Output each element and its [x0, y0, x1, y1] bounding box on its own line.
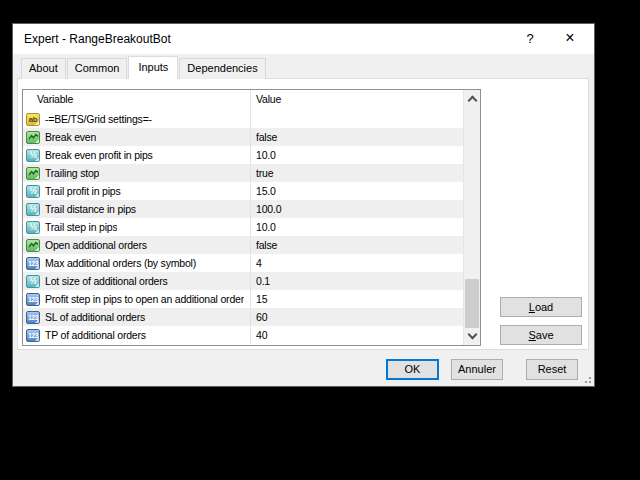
- inputs-tab-panel: Variable Value ab -=BE/TS/Grid settings=…: [17, 78, 589, 350]
- variable-cell: Trailing stop: [23, 164, 250, 182]
- value-cell[interactable]: 4: [250, 254, 480, 272]
- tab-common[interactable]: Common: [67, 58, 128, 79]
- double-type-icon: ½: [26, 275, 40, 288]
- value-cell[interactable]: false: [250, 236, 480, 254]
- variable-cell: 123 Max additional orders (by symbol): [23, 254, 250, 272]
- integer-type-icon: 123: [26, 311, 40, 324]
- table-row[interactable]: Break even false: [23, 128, 480, 146]
- variable-label: -=BE/TS/Grid settings=-: [45, 113, 152, 125]
- variable-label: Trail step in pips: [45, 221, 117, 233]
- value-cell[interactable]: true: [250, 164, 480, 182]
- variable-label: Profit step in pips to open an additiona…: [45, 293, 244, 305]
- variable-label: Lot size of additional orders: [45, 275, 168, 287]
- variable-cell: ½ Lot size of additional orders: [23, 272, 250, 290]
- table-row[interactable]: 123 TP of additional orders 40: [23, 326, 480, 344]
- integer-type-icon: 123: [26, 329, 40, 342]
- variable-cell: ½ Trail profit in pips: [23, 182, 250, 200]
- reset-button[interactable]: Reset: [526, 359, 578, 380]
- load-button[interactable]: Load: [500, 297, 582, 317]
- cancel-button[interactable]: Annuler: [451, 359, 503, 380]
- variable-label: Trail distance in pips: [45, 203, 136, 215]
- inputs-table: Variable Value ab -=BE/TS/Grid settings=…: [22, 89, 481, 346]
- table-row[interactable]: Open additional orders false: [23, 236, 480, 254]
- tab-inputs[interactable]: Inputs: [128, 56, 178, 79]
- expert-properties-dialog: Expert - RangeBreakoutBot ? × About Comm…: [12, 23, 595, 387]
- value-cell[interactable]: 60: [250, 308, 480, 326]
- value-cell[interactable]: 15.0: [250, 182, 480, 200]
- scrollbar-thumb[interactable]: [465, 279, 479, 328]
- variable-cell: ab -=BE/TS/Grid settings=-: [23, 110, 250, 128]
- table-row[interactable]: 123 SL of additional orders 60: [23, 308, 480, 326]
- variable-cell: Open additional orders: [23, 236, 250, 254]
- variable-cell: 123 SL of additional orders: [23, 308, 250, 326]
- help-button[interactable]: ?: [514, 24, 546, 54]
- variable-label: Break even profit in pips: [45, 149, 153, 161]
- table-row[interactable]: ½ Trail step in pips 10.0: [23, 218, 480, 236]
- title-bar[interactable]: Expert - RangeBreakoutBot ? ×: [13, 24, 594, 54]
- boolean-chart-icon: [26, 131, 40, 144]
- close-icon[interactable]: ×: [554, 24, 586, 54]
- variable-label: TP of additional orders: [45, 329, 146, 341]
- scroll-down-icon[interactable]: [464, 328, 480, 345]
- scroll-up-icon[interactable]: [464, 90, 480, 107]
- resize-grip[interactable]: [583, 375, 591, 383]
- tab-about[interactable]: About: [21, 58, 66, 79]
- variable-label: Trail profit in pips: [45, 185, 121, 197]
- string-type-icon: ab: [26, 113, 40, 126]
- boolean-chart-icon: [26, 239, 40, 252]
- value-cell[interactable]: false: [250, 128, 480, 146]
- variable-cell: 123 TP of additional orders: [23, 326, 250, 344]
- table-header-row: Variable Value: [23, 90, 480, 111]
- value-cell[interactable]: 0.1: [250, 272, 480, 290]
- ok-button[interactable]: OK: [386, 359, 439, 380]
- variable-label: SL of additional orders: [45, 311, 145, 323]
- tab-bar: About Common Inputs Dependencies: [21, 56, 267, 79]
- variable-cell: ½ Break even profit in pips: [23, 146, 250, 164]
- table-row[interactable]: 123 Profit step in pips to open an addit…: [23, 290, 480, 308]
- variable-cell: ½ Trail distance in pips: [23, 200, 250, 218]
- save-button[interactable]: Save: [500, 325, 582, 345]
- column-header-variable: Variable: [23, 90, 250, 110]
- variable-label: Open additional orders: [45, 239, 147, 251]
- table-row[interactable]: ½ Break even profit in pips 10.0: [23, 146, 480, 164]
- boolean-chart-icon: [26, 167, 40, 180]
- double-type-icon: ½: [26, 203, 40, 216]
- table-row[interactable]: ½ Trail distance in pips 100.0: [23, 200, 480, 218]
- value-cell[interactable]: 15: [250, 290, 480, 308]
- table-row[interactable]: Trailing stop true: [23, 164, 480, 182]
- value-cell[interactable]: 10.0: [250, 146, 480, 164]
- variable-cell: Break even: [23, 128, 250, 146]
- variable-label: Break even: [45, 131, 96, 143]
- double-type-icon: ½: [26, 185, 40, 198]
- value-cell[interactable]: 40: [250, 326, 480, 344]
- table-body: ab -=BE/TS/Grid settings=- Break even fa…: [23, 110, 480, 345]
- vertical-scrollbar[interactable]: [463, 90, 480, 345]
- integer-type-icon: 123: [26, 293, 40, 306]
- column-header-value: Value: [250, 90, 480, 110]
- desktop-background: Expert - RangeBreakoutBot ? × About Comm…: [0, 0, 640, 480]
- integer-type-icon: 123: [26, 257, 40, 270]
- variable-cell: ½ Trail step in pips: [23, 218, 250, 236]
- variable-label: Trailing stop: [45, 167, 99, 179]
- value-cell[interactable]: [250, 110, 480, 128]
- value-cell[interactable]: 10.0: [250, 218, 480, 236]
- variable-label: Max additional orders (by symbol): [45, 257, 196, 269]
- window-title: Expert - RangeBreakoutBot: [24, 24, 171, 54]
- double-type-icon: ½: [26, 221, 40, 234]
- value-cell[interactable]: 100.0: [250, 200, 480, 218]
- table-row[interactable]: ab -=BE/TS/Grid settings=-: [23, 110, 480, 128]
- tab-dependencies[interactable]: Dependencies: [179, 58, 265, 79]
- table-row[interactable]: ½ Trail profit in pips 15.0: [23, 182, 480, 200]
- table-row[interactable]: 123 Max additional orders (by symbol) 4: [23, 254, 480, 272]
- table-row[interactable]: ½ Lot size of additional orders 0.1: [23, 272, 480, 290]
- double-type-icon: ½: [26, 149, 40, 162]
- variable-cell: 123 Profit step in pips to open an addit…: [23, 290, 250, 308]
